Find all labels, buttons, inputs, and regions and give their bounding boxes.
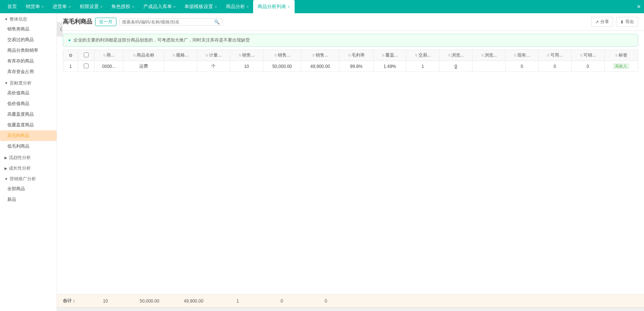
- sidebar-group-title-4[interactable]: ▼营销推广分析: [0, 173, 57, 184]
- col-label-4: 规格...: [176, 52, 188, 58]
- col-label-5: 计量...: [209, 52, 222, 58]
- nav-close-icon-5[interactable]: ×: [173, 0, 176, 13]
- bottom-scrollbar[interactable]: [57, 307, 644, 311]
- sort-icon-9: ⇅: [348, 53, 351, 57]
- table-wrapper: ⚙⇅商...⇅商品名称⇅规格...⇅计量...⇅销售...⇅销售...⇅销售..…: [57, 50, 644, 294]
- sort-icon-8: ⇅: [312, 53, 315, 57]
- nav-item-6[interactable]: 单据模板设置 ×: [180, 0, 221, 13]
- nav-item-5[interactable]: 产成品入库单 ×: [139, 0, 180, 13]
- top-navigation: 首页销货单 ×进货单 ×权限设置 ×角色授权 ×产成品入库单 ×单据模板设置 ×…: [0, 0, 644, 13]
- col-header-code[interactable]: ⇅商...: [94, 50, 123, 61]
- sidebar-group-4: ▼营销推广分析全部商品新品: [0, 173, 57, 205]
- sidebar-item-1-4[interactable]: 高毛利商品: [0, 130, 57, 141]
- sidebar-group-title-1[interactable]: ▼贡献度分析: [0, 77, 57, 88]
- sidebar-item-1-2[interactable]: 高覆盖度商品: [0, 109, 57, 120]
- cell-current: 0: [506, 61, 539, 72]
- col-header-trade[interactable]: ⇅交易...: [406, 50, 439, 61]
- col-header-sellable[interactable]: ⇅可销...: [571, 50, 604, 61]
- nav-close-icon-3[interactable]: ×: [100, 0, 102, 13]
- window-controls: ✕: [637, 4, 641, 10]
- arrow-icon-3: ▶: [4, 166, 7, 170]
- sidebar-item-4-1[interactable]: 新品: [0, 194, 57, 205]
- filter-button[interactable]: 近一月: [95, 18, 116, 26]
- export-button[interactable]: ⬇ 导出: [616, 17, 638, 27]
- cell-code: 0000...: [94, 61, 123, 72]
- col-header-name[interactable]: ⇅商品名称: [123, 50, 164, 61]
- cell-checkbox[interactable]: [78, 61, 94, 72]
- nav-close-icon-2[interactable]: ×: [68, 0, 71, 13]
- cell-unit: 个: [197, 61, 230, 72]
- nav-item-0[interactable]: 首页: [3, 0, 21, 13]
- col-header-gross_margin[interactable]: ⇅毛利率: [339, 50, 373, 61]
- cell-gross_margin: 99.8%: [339, 61, 373, 72]
- sidebar-item-0-4[interactable]: 库存资金占用: [0, 66, 57, 77]
- info-text: 企业的主要的利润都是这部分商品创造的，可考虑加大推广，同时关注库存是不要出现缺货: [73, 37, 250, 43]
- nav-item-8[interactable]: 商品分析列表 ×: [253, 0, 294, 13]
- settings-icon[interactable]: ⚙: [69, 53, 73, 58]
- sidebar-item-1-0[interactable]: 高价值商品: [0, 88, 57, 98]
- col-header-sales_amount[interactable]: ⇅销售...: [263, 50, 301, 61]
- sidebar-group-1: ▼贡献度分析高价值商品低价值商品高覆盖度商品低覆盖度商品高毛利商品低毛利商品: [0, 77, 57, 152]
- col-header-current[interactable]: ⇅现有...: [506, 50, 539, 61]
- col-label-11: 交易...: [418, 52, 431, 58]
- chevron-left-icon: 《: [58, 26, 62, 33]
- sidebar-item-1-1[interactable]: 低价值商品: [0, 98, 57, 109]
- nav-close-icon-7[interactable]: ×: [247, 0, 249, 13]
- col-header-settings[interactable]: ⚙: [63, 50, 78, 61]
- col-header-tag[interactable]: ⇅标签: [604, 50, 638, 61]
- col-label-14: 现有...: [517, 52, 530, 58]
- sort-icon-3: ⇅: [133, 53, 136, 57]
- nav-close-icon-6[interactable]: ×: [215, 0, 217, 13]
- col-header-coverage[interactable]: ⇅覆盖...: [373, 50, 406, 61]
- nav-item-1[interactable]: 销货单 ×: [21, 0, 48, 13]
- col-header-checkbox[interactable]: [78, 50, 94, 61]
- sidebar-item-0-3[interactable]: 有库存的商品: [0, 56, 57, 66]
- col-header-available[interactable]: ⇅可用...: [538, 50, 571, 61]
- col-label-10: 覆盖...: [385, 52, 398, 58]
- col-label-3: 商品名称: [137, 52, 154, 58]
- nav-item-3[interactable]: 权限设置 ×: [75, 0, 107, 13]
- sidebar-group-title-2[interactable]: ▶流趋性分析: [0, 152, 57, 162]
- select-all-checkbox[interactable]: [84, 53, 89, 57]
- group-label-0: 整体信息: [10, 16, 27, 22]
- data-table: ⚙⇅商...⇅商品名称⇅规格...⇅计量...⇅销售...⇅销售...⇅销售..…: [63, 50, 638, 72]
- col-header-browse2[interactable]: ⇅浏览...: [472, 50, 506, 61]
- sidebar-toggle-button[interactable]: 《: [57, 22, 63, 37]
- sidebar-item-4-0[interactable]: 全部商品: [0, 184, 57, 194]
- search-input[interactable]: [122, 19, 214, 25]
- col-label-6: 销售...: [242, 52, 255, 58]
- sidebar-item-1-5[interactable]: 低毛利商品: [0, 141, 57, 152]
- nav-close-icon-4[interactable]: ×: [132, 0, 134, 13]
- nav-item-4[interactable]: 角色授权 ×: [107, 0, 138, 13]
- row-checkbox[interactable]: [84, 64, 89, 68]
- sidebar-item-0-0[interactable]: 销售类商品: [0, 24, 57, 35]
- nav-item-7[interactable]: 商品分析 ×: [222, 0, 253, 13]
- nav-item-2[interactable]: 进货单 ×: [48, 0, 75, 13]
- browse-link[interactable]: 0: [454, 64, 457, 69]
- sidebar-group-title-3[interactable]: ▶成长性分析: [0, 162, 57, 173]
- content-area: 高毛利商品 近一月 🔍 ↗ 分享 ⬇ 导出 ✦ 企业的主要的利润都是这部分商品创…: [57, 13, 644, 311]
- footer-trade: 1: [223, 299, 252, 304]
- col-header-sales_qty[interactable]: ⇅销售...: [230, 50, 263, 61]
- share-button[interactable]: ↗ 分享: [591, 17, 613, 27]
- col-header-unit[interactable]: ⇅计量...: [197, 50, 230, 61]
- nav-close-icon-1[interactable]: ×: [42, 0, 44, 13]
- col-header-spec[interactable]: ⇅规格...: [164, 50, 197, 61]
- col-header-sales_profit[interactable]: ⇅销售...: [301, 50, 339, 61]
- cell-browse1[interactable]: 0: [439, 61, 472, 72]
- search-icon[interactable]: 🔍: [214, 19, 220, 25]
- cell-spec: [164, 61, 197, 72]
- cell-coverage: 1.49%: [373, 61, 406, 72]
- main-layout: ▼整体信息销售类商品交易过的商品商品分类助销率有库存的商品库存资金占用▼贡献度分…: [0, 13, 644, 311]
- close-icon[interactable]: ✕: [637, 4, 641, 10]
- col-header-browse1[interactable]: ⇅浏览...: [439, 50, 472, 61]
- sidebar-item-1-3[interactable]: 低覆盖度商品: [0, 120, 57, 130]
- footer-available: 0: [311, 299, 341, 304]
- sort-icon-11: ⇅: [415, 53, 418, 57]
- sidebar-group-title-0[interactable]: ▼整体信息: [0, 13, 57, 24]
- sidebar-item-0-2[interactable]: 商品分类助销率: [0, 45, 57, 56]
- nav-close-icon-8[interactable]: ×: [288, 0, 290, 13]
- sort-icon-14: ⇅: [514, 53, 517, 57]
- sidebar-item-0-1[interactable]: 交易过的商品: [0, 35, 57, 45]
- col-label-8: 销售...: [316, 52, 328, 58]
